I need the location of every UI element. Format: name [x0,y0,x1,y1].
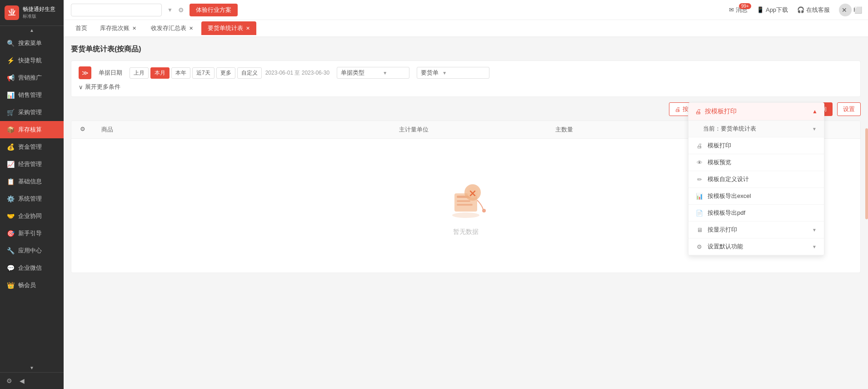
sidebar-footer: ⚙ ◀ [0,372,64,389]
dropdown-header: 🖨 按模板打印 ▲ [688,103,824,121]
page-content: 要货单统计表(按商品) ≫ 单据日期 上月 本月 本年 近7天 更多 自定义 2… [64,37,868,389]
sidebar-item-search[interactable]: 🔍 搜索菜单 [0,35,64,52]
empty-illustration [443,175,489,221]
sidebar-item-wechat[interactable]: 💬 企业微信 [0,259,64,277]
tab-inventory-batch[interactable]: 库存批次账 ✕ [94,21,143,35]
dropdown-item-template-design[interactable]: ✏ 模板自定义设计 [688,171,824,188]
dropdown-item-export-excel[interactable]: 📊 按模板导出excel [688,188,824,205]
date-btn-last-month[interactable]: 上月 [130,67,149,79]
sidebar-item-guide[interactable]: 🎯 新手引导 [0,225,64,242]
online-service-item[interactable]: 🎧 在线客服 [797,6,830,14]
phone-icon: 📱 [757,6,764,13]
sidebar-item-purchase[interactable]: 🛒 采购管理 [0,104,64,121]
sidebar-item-basic-info[interactable]: 📋 基础信息 [0,173,64,190]
member-icon: 👑 [6,282,15,289]
dropdown-item-template-print[interactable]: 🖨 模板打印 [688,137,824,154]
message-icon: ✉ [729,6,734,13]
dropdown-item-export-pdf[interactable]: 📄 按模板导出pdf [688,205,824,222]
sidebar-item-business[interactable]: 📈 经营管理 [0,156,64,173]
finance-icon: 💰 [6,143,15,151]
chevron-down-icon: ∨ [79,84,83,91]
notification-item[interactable]: ✉ 消息 99+ [729,6,748,14]
search-icon: 🔍 [6,40,15,47]
design-icon: ✏ [696,176,703,183]
empty-text: 暂无数据 [453,228,479,236]
inventory-icon: 📦 [6,126,15,133]
filter-toggle-button[interactable]: ≫ [79,66,91,79]
scroll-up[interactable]: ▲ [0,26,64,35]
tab-close-inventory-batch[interactable]: ✕ [132,25,136,31]
current-arrow-icon: ▼ [812,126,817,131]
gear-icon[interactable]: ⚙ [178,6,184,14]
mute-footer-icon[interactable]: ◀ [20,377,25,384]
sidebar-item-inventory[interactable]: 📦 库存核算 [0,121,64,138]
headset-icon: 🎧 [797,6,804,13]
filter-bar: ≫ 单据日期 上月 本月 本年 近7天 更多 自定义 2023-06-01 至 … [71,61,861,97]
sidebar-nav: 🔍 搜索菜单 ⚡ 快捷导航 📢 营销推广 📊 销售管理 🛒 采购管理 📦 库存核… [0,35,64,364]
tab-home[interactable]: 首页 [71,21,92,35]
marketing-icon: 📢 [6,74,15,81]
sidebar-item-quicknav[interactable]: ⚡ 快捷导航 [0,52,64,69]
pdf-icon: 📄 [696,210,703,217]
date-btn-custom[interactable]: 自定义 [237,67,262,79]
sidebar-item-app-center[interactable]: 🔧 应用中心 [0,242,64,259]
date-range-display: 2023-06-01 至 2023-06-30 [265,69,329,77]
th-settings[interactable]: ⚙ [71,126,94,134]
excel-icon: 📊 [696,193,703,200]
svg-point-7 [482,209,486,212]
system-icon: ⚙️ [6,195,15,202]
app-download-item[interactable]: 📱 App下载 [757,6,788,14]
sidebar-item-finance[interactable]: 💰 资金管理 [0,138,64,156]
date-btn-this-year[interactable]: 本年 [171,67,190,79]
section-arrow-default: ▼ [812,244,817,249]
date-btn-more[interactable]: 更多 [216,67,235,79]
sidebar-item-collab[interactable]: 🤝 企业协同 [0,207,64,225]
expand-more-button[interactable]: ∨ 展开更多条件 [79,83,120,91]
dropdown-arrow-topbar[interactable]: ▼ [167,7,173,13]
sidebar-item-member[interactable]: 👑 畅会员 [0,277,64,294]
th-qty: 主数量 [548,126,704,134]
business-icon: 📈 [6,161,15,168]
section-arrow-display: ▼ [812,227,817,232]
tab-order-stats[interactable]: 要货单统计表 ✕ [201,21,256,35]
app-center-icon: 🔧 [6,247,15,254]
required-goods-arrow: ▼ [442,71,447,76]
topbar-search-input[interactable] [71,4,162,16]
svg-point-6 [467,187,478,198]
settings-footer-icon[interactable]: ⚙ [6,377,12,384]
dropdown-item-template-preview[interactable]: 👁 模板预览 [688,154,824,171]
dropdown-current-item[interactable]: 当前：要货单统计表 ▼ [688,121,824,137]
settings-button[interactable]: 设置 [837,102,861,116]
quicknav-icon: ⚡ [6,57,15,64]
trial-button[interactable]: 体验行业方案 [190,4,238,16]
required-goods-filter[interactable]: 要货单 ▼ [417,67,489,79]
svg-point-0 [452,212,479,218]
action-bar: 🖨 按模板打印 ▲ 当前：要货单统计表 ▼ 🖨 模板打印 👁 [71,102,861,116]
sidebar-item-marketing[interactable]: 📢 营销推广 [0,69,64,86]
tab-stock-summary[interactable]: 收发存汇总表 ✕ [145,21,200,35]
display-print-icon: 🖥 [696,227,703,233]
close-window-button[interactable]: ✕ [838,4,851,16]
template-print-icon: 🖨 [696,142,703,149]
maximize-window-button[interactable]: ⬜ [852,4,864,16]
date-buttons: 上月 本月 本年 近7天 更多 自定义 2023-06-01 至 2023-06… [130,67,329,79]
basic-info-icon: 📋 [6,178,15,185]
dropdown-section-default[interactable]: ⚙ 设置默认功能 ▼ [688,238,824,255]
scrollbar[interactable] [865,128,868,219]
sidebar-item-sales[interactable]: 📊 销售管理 [0,86,64,104]
sidebar-item-system[interactable]: ⚙️ 系统管理 [0,190,64,207]
filter-row-1: ≫ 单据日期 上月 本月 本年 近7天 更多 自定义 2023-06-01 至 … [79,66,853,79]
order-type-select[interactable]: 单据类型 ▼ [337,67,409,79]
date-btn-this-month[interactable]: 本月 [150,67,170,79]
sales-icon: 📊 [6,91,15,99]
wechat-icon: 💬 [6,264,15,272]
th-unit: 主计量单位 [392,126,548,134]
print-dropdown-menu: 🖨 按模板打印 ▲ 当前：要货单统计表 ▼ 🖨 模板打印 👁 [688,102,824,256]
logo-icon: 业 [5,5,19,20]
scroll-down[interactable]: ▼ [0,364,64,372]
dropdown-collapse-icon[interactable]: ▲ [812,108,818,115]
tab-close-order-stats[interactable]: ✕ [246,25,250,31]
date-btn-7days[interactable]: 近7天 [192,67,215,79]
dropdown-section-display-print[interactable]: 🖥 按显示打印 ▼ [688,222,824,238]
tab-close-stock-summary[interactable]: ✕ [189,25,193,31]
